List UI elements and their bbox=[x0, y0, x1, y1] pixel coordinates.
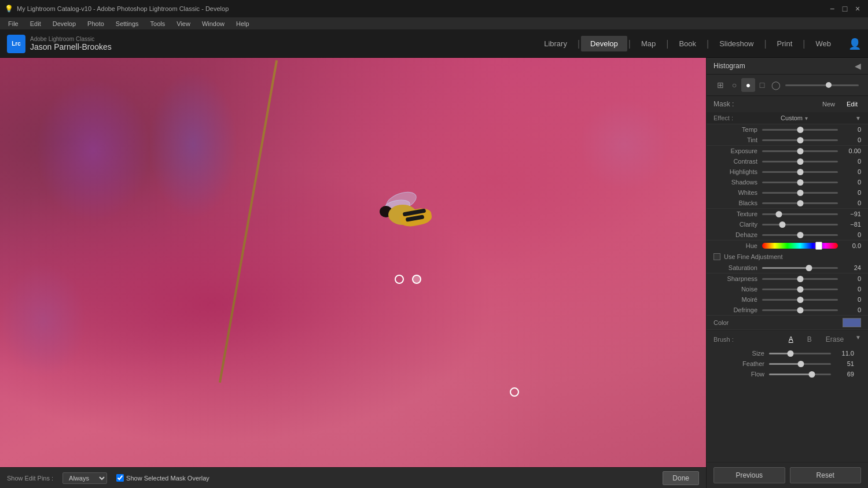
blacks-label: Blacks bbox=[713, 199, 757, 206]
tab-library[interactable]: Library bbox=[535, 36, 576, 51]
tab-web[interactable]: Web bbox=[807, 36, 841, 51]
highlights-slider[interactable] bbox=[762, 171, 838, 173]
tab-develop[interactable]: Develop bbox=[581, 36, 627, 51]
menu-develop[interactable]: Develop bbox=[48, 19, 80, 28]
show-overlay-label[interactable]: Show Selected Mask Overlay bbox=[116, 474, 209, 482]
saturation-slider[interactable] bbox=[762, 267, 838, 269]
brush-size-slider[interactable] bbox=[769, 353, 831, 354]
maximize-button[interactable]: □ bbox=[839, 3, 851, 14]
contrast-slider[interactable] bbox=[762, 161, 838, 162]
saturation-thumb[interactable] bbox=[806, 265, 812, 271]
menu-window[interactable]: Window bbox=[197, 19, 229, 28]
texture-slider[interactable] bbox=[762, 213, 838, 215]
exposure-slider[interactable] bbox=[762, 150, 838, 152]
brush-feather-thumb[interactable] bbox=[797, 361, 804, 367]
mask-pin-1[interactable] bbox=[395, 275, 404, 284]
brush-dropdown-arrow[interactable]: ▼ bbox=[855, 334, 861, 345]
whites-thumb[interactable] bbox=[797, 190, 803, 196]
exposure-thumb[interactable] bbox=[797, 148, 803, 154]
temp-thumb[interactable] bbox=[797, 127, 803, 133]
blacks-value: 0 bbox=[843, 199, 861, 206]
done-button[interactable]: Done bbox=[663, 471, 699, 485]
brush-feather-fill bbox=[769, 363, 801, 365]
contrast-row: Contrast 0 bbox=[707, 156, 868, 167]
mask-new-button[interactable]: New bbox=[819, 99, 838, 109]
brush-size-label: Size bbox=[720, 350, 764, 357]
dehaze-thumb[interactable] bbox=[797, 232, 803, 238]
shadows-thumb[interactable] bbox=[797, 179, 803, 186]
show-edit-pins-dropdown[interactable]: Always Never Selected Auto bbox=[62, 472, 107, 484]
texture-row: Texture −91 bbox=[707, 209, 868, 219]
defringe-thumb[interactable] bbox=[797, 307, 803, 313]
hue-slider[interactable] bbox=[762, 243, 838, 249]
moire-slider[interactable] bbox=[762, 299, 838, 301]
exposure-mini-thumb[interactable] bbox=[826, 82, 832, 88]
brush-feather-slider[interactable] bbox=[769, 363, 831, 365]
texture-thumb[interactable] bbox=[775, 211, 782, 217]
temp-slider[interactable] bbox=[762, 129, 838, 131]
tab-slideshow[interactable]: Slideshow bbox=[710, 36, 763, 51]
exposure-mini-slider[interactable] bbox=[785, 84, 859, 86]
tool-square-icon[interactable]: □ bbox=[755, 78, 769, 92]
tab-print[interactable]: Print bbox=[768, 36, 802, 51]
tool-brush-icon[interactable]: ● bbox=[741, 78, 755, 92]
effect-label: Effect : bbox=[713, 114, 733, 121]
brush-feather-row: Feather 51 bbox=[713, 358, 861, 369]
dehaze-slider[interactable] bbox=[762, 234, 838, 236]
tint-slider[interactable] bbox=[762, 139, 838, 141]
effect-collapse-arrow[interactable]: ▼ bbox=[855, 115, 861, 121]
blacks-thumb[interactable] bbox=[797, 200, 803, 206]
menu-help[interactable]: Help bbox=[231, 19, 254, 28]
sharpness-thumb[interactable] bbox=[797, 276, 803, 282]
tool-circle-icon[interactable]: ○ bbox=[727, 78, 741, 92]
mask-pin-3[interactable] bbox=[510, 387, 519, 397]
mask-pin-2[interactable] bbox=[412, 275, 421, 284]
whites-slider[interactable] bbox=[762, 192, 838, 194]
mask-edit-button[interactable]: Edit bbox=[843, 99, 861, 109]
minimize-button[interactable]: − bbox=[826, 3, 838, 14]
brush-options: A B Erase ▼ bbox=[786, 334, 861, 345]
menu-view[interactable]: View bbox=[172, 19, 195, 28]
menu-tools[interactable]: Tools bbox=[146, 19, 170, 28]
sharpness-slider[interactable] bbox=[762, 278, 838, 280]
clarity-thumb[interactable] bbox=[779, 221, 786, 228]
brush-flow-thumb[interactable] bbox=[808, 371, 815, 378]
hue-thumb[interactable] bbox=[815, 242, 822, 250]
effect-dropdown-arrow[interactable]: ▾ bbox=[805, 115, 808, 121]
menu-settings[interactable]: Settings bbox=[111, 19, 144, 28]
highlights-thumb[interactable] bbox=[797, 169, 803, 175]
shadows-slider[interactable] bbox=[762, 182, 838, 183]
tool-grid-icon[interactable]: ⊞ bbox=[713, 78, 727, 92]
reset-button[interactable]: Reset bbox=[790, 467, 862, 483]
previous-button[interactable]: Previous bbox=[713, 467, 785, 483]
tool-circle2-icon[interactable]: ◯ bbox=[769, 78, 783, 92]
menu-edit[interactable]: Edit bbox=[25, 19, 46, 28]
user-icon[interactable]: 👤 bbox=[848, 38, 861, 50]
contrast-thumb[interactable] bbox=[797, 158, 803, 165]
fine-adjustment-checkbox[interactable] bbox=[713, 253, 720, 260]
brush-option-a[interactable]: A bbox=[786, 334, 796, 345]
brush-option-erase[interactable]: Erase bbox=[823, 334, 846, 345]
tab-map[interactable]: Map bbox=[632, 36, 665, 51]
noise-thumb[interactable] bbox=[797, 286, 803, 293]
histogram-header[interactable]: Histogram ◀ bbox=[707, 58, 868, 74]
blacks-slider[interactable] bbox=[762, 202, 838, 204]
menu-file[interactable]: File bbox=[3, 19, 23, 28]
histogram-collapse-icon[interactable]: ◀ bbox=[855, 61, 861, 71]
brush-flow-slider[interactable] bbox=[769, 374, 831, 375]
tab-book[interactable]: Book bbox=[670, 36, 705, 51]
tint-thumb[interactable] bbox=[797, 137, 803, 143]
effect-row: Effect : Custom ▾ ▼ bbox=[707, 112, 868, 124]
show-overlay-checkbox[interactable] bbox=[116, 474, 124, 482]
moire-thumb[interactable] bbox=[797, 297, 803, 303]
defringe-slider[interactable] bbox=[762, 309, 838, 311]
image-container[interactable] bbox=[0, 58, 706, 467]
brush-size-thumb[interactable] bbox=[788, 350, 794, 357]
close-button[interactable]: × bbox=[852, 3, 863, 14]
brush-option-b[interactable]: B bbox=[805, 334, 814, 345]
menu-photo[interactable]: Photo bbox=[83, 19, 109, 28]
color-swatch[interactable] bbox=[843, 318, 861, 327]
noise-slider[interactable] bbox=[762, 289, 838, 290]
clarity-slider[interactable] bbox=[762, 224, 838, 225]
contrast-label: Contrast bbox=[713, 158, 757, 165]
